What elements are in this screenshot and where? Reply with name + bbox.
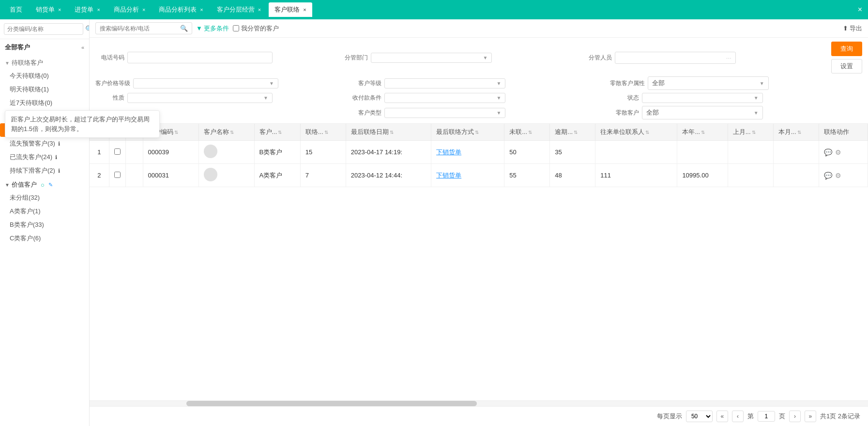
- row1-this-year: [677, 141, 728, 164]
- sort-last-date[interactable]: 最后联络日期 ⇅: [351, 128, 426, 136]
- price-level-select[interactable]: ▼: [133, 78, 278, 88]
- row2-code: 000031: [143, 164, 198, 187]
- sort-this-year[interactable]: 本年... ⇅: [682, 128, 722, 136]
- row2-method-link[interactable]: 下销货单: [436, 172, 461, 179]
- sidebar-item-7days[interactable]: 近7天待联络(0): [0, 96, 89, 110]
- sidebar-all-customers[interactable]: 全部客户 «: [0, 39, 89, 56]
- row1-unread: 50: [504, 141, 550, 164]
- sidebar-item-lost[interactable]: 已流失客户(24) ℹ: [0, 150, 89, 164]
- more-conditions-btn[interactable]: ▼ 更多条件: [196, 24, 229, 33]
- sort-company-contact[interactable]: 往来单位联系人 ⇅: [600, 128, 672, 136]
- gender-label: 性质: [95, 94, 124, 102]
- sort-name[interactable]: 客户名称 ⇅: [204, 128, 249, 136]
- retail-attr-select[interactable]: 全部 ▼: [648, 76, 769, 90]
- row1-chat-icon[interactable]: 💬: [824, 148, 832, 156]
- row2-more-icon[interactable]: ⚙: [835, 172, 841, 179]
- col-header-type: 客户... ⇅: [254, 124, 300, 141]
- sidebar-item-today[interactable]: 今天待联络(0): [0, 69, 89, 83]
- row1-code: 000039: [143, 141, 198, 164]
- main-layout: 🔍 全部客户 « ▼ 待联络客户 今天待联络(0) 明天待联络(1) 近7天待联…: [0, 19, 868, 426]
- row2-chat-icon[interactable]: 💬: [824, 172, 832, 179]
- row2-checkbox[interactable]: [114, 172, 121, 178]
- status-select[interactable]: ▼: [642, 93, 763, 103]
- sidebar-item-a-class[interactable]: A类客户(1): [0, 205, 89, 218]
- nav-close-product-analysis[interactable]: ×: [142, 7, 145, 13]
- col-header-this-year: 本年... ⇅: [677, 124, 728, 141]
- filter-dept: 分管部门 ▼: [339, 53, 578, 63]
- col-header-this-month: 本月... ⇅: [773, 124, 819, 141]
- nav-close-purchase[interactable]: ×: [97, 7, 100, 13]
- sort-unread[interactable]: 未联... ⇅: [509, 128, 545, 136]
- scroll-thumb[interactable]: [186, 401, 477, 406]
- sort-last-month[interactable]: 上月... ⇅: [733, 128, 768, 136]
- last-page-btn[interactable]: »: [805, 411, 816, 422]
- filter-icon: ▼: [196, 25, 202, 32]
- row2-action-icons: 💬 ⚙: [824, 172, 863, 179]
- advanced-filters: 电话号码 分管部门 ▼ 分管人员 ···: [90, 38, 868, 124]
- sidebar-search-icon[interactable]: 🔍: [85, 25, 90, 33]
- current-page-input[interactable]: [758, 411, 775, 422]
- nav-sales-order[interactable]: 销货单 ×: [30, 2, 67, 17]
- per-page-select[interactable]: 50 20 100: [686, 411, 713, 422]
- sidebar-item-declining[interactable]: 持续下滑客户(2) ℹ: [0, 164, 89, 177]
- sort-last-method[interactable]: 最后联络方式 ⇅: [436, 128, 499, 136]
- sidebar-item-b-class[interactable]: B类客户(33): [0, 218, 89, 232]
- nav-home[interactable]: 首页: [4, 2, 28, 17]
- nav-close-product-list[interactable]: ×: [200, 7, 203, 13]
- nav-product-analysis-list[interactable]: 商品分析列表 ×: [153, 2, 209, 17]
- customer-level-select[interactable]: ▼: [384, 78, 505, 88]
- nav-purchase-order[interactable]: 进货单 ×: [69, 2, 106, 17]
- first-page-btn[interactable]: «: [716, 411, 728, 422]
- row1-method-link[interactable]: 下销货单: [436, 148, 461, 156]
- query-button[interactable]: 查询: [831, 42, 862, 56]
- sidebar-pending-group: ▼ 待联络客户: [0, 56, 89, 69]
- sort-this-month[interactable]: 本月... ⇅: [778, 128, 814, 136]
- sidebar-item-tomorrow[interactable]: 明天待联络(1): [0, 83, 89, 96]
- search-input[interactable]: [100, 25, 178, 32]
- row1-checkbox[interactable]: [114, 148, 121, 155]
- search-icon[interactable]: 🔍: [180, 25, 188, 32]
- nav-close-contact[interactable]: ×: [303, 7, 306, 13]
- nav-product-analysis[interactable]: 商品分析 ×: [108, 2, 151, 17]
- row2-type: A类客户: [254, 164, 300, 187]
- sidebar-search-input[interactable]: [4, 23, 83, 35]
- sidebar-item-lost-preview[interactable]: 流失预警客户(3) ℹ: [0, 137, 89, 150]
- page-suffix-label: 页: [779, 412, 785, 421]
- status-label: 状态: [610, 94, 639, 102]
- export-btn[interactable]: ⬆ 导出: [843, 24, 862, 33]
- prev-page-btn[interactable]: ‹: [732, 411, 744, 422]
- horizontal-scrollbar[interactable]: [90, 400, 868, 406]
- my-customer-checkbox[interactable]: [233, 25, 239, 31]
- manager-dots[interactable]: ···: [726, 54, 731, 61]
- window-close-button[interactable]: ×: [858, 5, 862, 14]
- row2-check: [109, 164, 125, 187]
- settings-button[interactable]: 设置: [831, 59, 862, 73]
- retail-customer-select[interactable]: 全部 ▼: [642, 106, 763, 119]
- sidebar-item-c-class[interactable]: C类客户(6): [0, 232, 89, 245]
- filter-retail-attr: 零散客户属性 全部 ▼: [610, 76, 862, 90]
- row1-more-icon[interactable]: ⚙: [835, 148, 841, 156]
- sidebar-item-unclassified[interactable]: 未分组(32): [0, 191, 89, 205]
- sort-contact[interactable]: 联络... ⇅: [305, 128, 341, 136]
- manager-select[interactable]: ···: [615, 52, 736, 64]
- phone-input[interactable]: [127, 52, 273, 63]
- row1-avatar: [204, 145, 217, 158]
- col-header-last-month: 上月... ⇅: [728, 124, 773, 141]
- sort-type[interactable]: 客户... ⇅: [259, 128, 295, 136]
- col-header-overdue: 逾期... ⇅: [550, 124, 595, 141]
- filter-customer-type: 客户类型 ▼: [352, 108, 605, 118]
- my-customer-checkbox-wrap[interactable]: 我分管的客户: [233, 24, 279, 33]
- dept-select[interactable]: ▼: [371, 53, 492, 63]
- sort-overdue[interactable]: 逾期... ⇅: [555, 128, 590, 136]
- row2-index: 2: [90, 164, 109, 187]
- total-records-label: 共1页 2条记录: [820, 412, 860, 421]
- nav-customer-contact[interactable]: 客户联络 ×: [269, 2, 312, 17]
- gender-select[interactable]: ▼: [127, 93, 273, 103]
- nav-customer-tier[interactable]: 客户分层经营 ×: [211, 2, 267, 17]
- customer-level-label: 客户等级: [352, 79, 381, 88]
- next-page-btn[interactable]: ›: [789, 411, 801, 422]
- customer-type-select[interactable]: ▼: [384, 108, 505, 118]
- nav-close-tier[interactable]: ×: [258, 7, 261, 13]
- payment-select[interactable]: ▼: [384, 93, 505, 103]
- nav-close-sales[interactable]: ×: [58, 7, 61, 13]
